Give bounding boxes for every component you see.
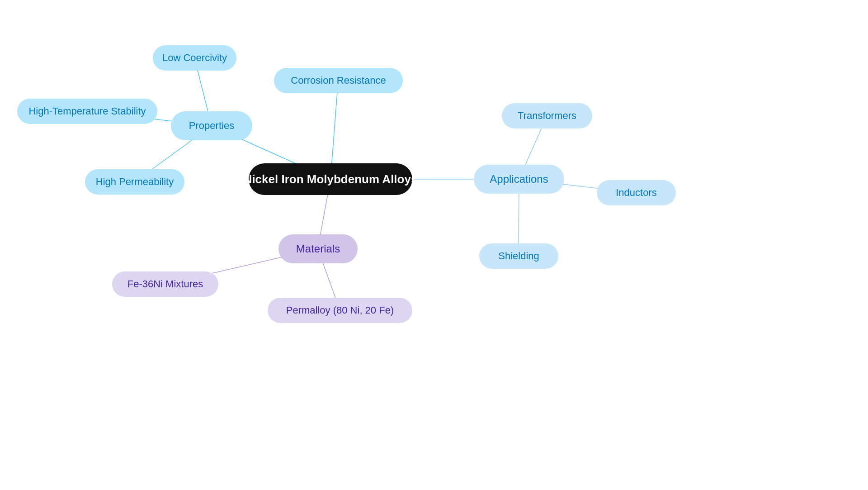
low-coercivity-node: Low Coercivity (153, 45, 236, 71)
high-perm-node: High Permeability (85, 169, 184, 195)
properties-node: Properties (171, 111, 252, 140)
high-temp-node: High-Temperature Stability (17, 99, 157, 124)
inductors-node: Inductors (597, 180, 676, 205)
applications-node: Applications (474, 165, 564, 194)
transformers-node: Transformers (502, 103, 592, 128)
materials-node: Materials (278, 234, 358, 263)
corrosion-node: Corrosion Resistance (274, 68, 403, 93)
shielding-node: Shielding (479, 243, 558, 269)
permalloy-node: Permalloy (80 Ni, 20 Fe) (268, 298, 412, 323)
center-node: Nickel Iron Molybdenum Alloys (249, 163, 412, 195)
fe36ni-node: Fe-36Ni Mixtures (112, 271, 218, 297)
